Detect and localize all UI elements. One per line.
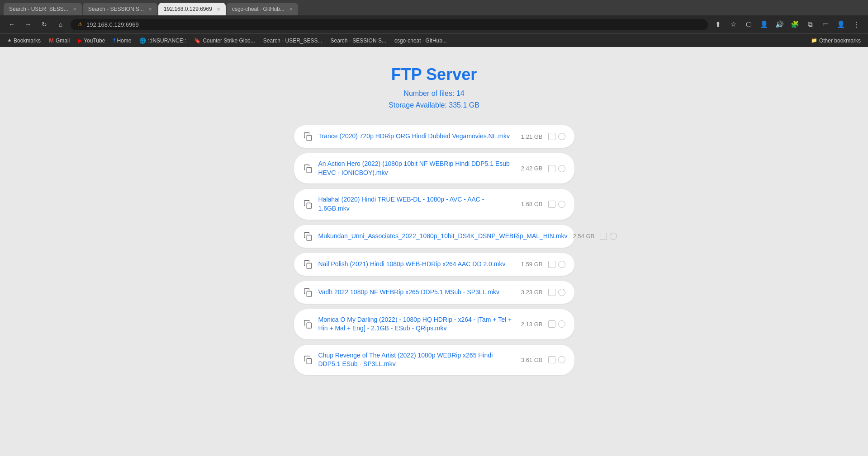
svg-rect-5 — [307, 291, 311, 296]
menu-icon[interactable]: ⋮ — [850, 18, 863, 31]
bookmark-home[interactable]: f Home — [109, 37, 135, 45]
file-size: 2.13 GB — [521, 321, 543, 328]
home-button[interactable]: ⌂ — [54, 18, 67, 31]
file-radio[interactable] — [558, 356, 565, 363]
address-bar[interactable]: ⚠ 192.168.0.129:6969 — [71, 19, 708, 30]
forward-button[interactable]: → — [22, 18, 34, 31]
file-checkbox[interactable] — [548, 356, 555, 363]
file-radio[interactable] — [558, 165, 565, 172]
file-name[interactable]: Vadh 2022 1080p NF WEBRip x265 DDP5.1 MS… — [318, 288, 516, 297]
file-name[interactable]: Chup Revenge of The Artist (2022) 1080p … — [318, 351, 516, 369]
tab-ftp[interactable]: 192.168.0.129:6969 ✕ — [158, 3, 226, 15]
file-size: 1.59 GB — [521, 261, 543, 268]
file-actions — [548, 201, 565, 208]
bookmark-label: Search - USER_SESS... — [263, 38, 323, 44]
tab-close-icon[interactable]: ✕ — [148, 7, 152, 12]
youtube-icon: ▶ — [78, 38, 82, 44]
svg-rect-7 — [307, 359, 311, 364]
file-name[interactable]: Halahal (2020) Hindi TRUE WEB-DL - 1080p… — [318, 195, 516, 213]
file-radio[interactable] — [558, 133, 565, 140]
list-item: Chup Revenge of The Artist (2022) 1080p … — [294, 345, 574, 375]
tabs-icon[interactable]: ⧉ — [804, 18, 816, 31]
tab-close-icon[interactable]: ✕ — [73, 7, 76, 12]
bookmark-label: ::INSURANCE:: — [148, 38, 186, 44]
tab-csgo[interactable]: csgo-cheat · GitHub... ✕ — [227, 3, 298, 15]
file-actions — [548, 320, 565, 328]
star-icon[interactable]: ☆ — [727, 18, 740, 31]
page-content: FTP Server Number of files: 14 Storage A… — [0, 47, 868, 453]
file-size: 3.61 GB — [521, 357, 543, 363]
file-name[interactable]: Monica O My Darling (2022) - 1080p HQ HD… — [318, 315, 516, 333]
tab-close-icon[interactable]: ✕ — [289, 7, 293, 12]
file-checkbox[interactable] — [548, 320, 555, 328]
copy-icon-svg — [303, 355, 313, 365]
copy-icon-svg — [303, 231, 313, 241]
copy-icon-svg — [303, 164, 313, 174]
copy-icon-svg — [303, 132, 313, 141]
file-checkbox[interactable] — [548, 133, 555, 140]
list-item: Monica O My Darling (2022) - 1080p HQ HD… — [294, 309, 574, 339]
bookmark-csgo-global[interactable]: 🔖 Counter Strike Glob... — [190, 37, 258, 45]
bookmark-search1[interactable]: Search - USER_SESS... — [260, 37, 326, 45]
file-checkbox[interactable] — [600, 233, 607, 240]
files-count: Number of files: 14 — [9, 88, 859, 99]
bookmark-gmail[interactable]: M Gmail — [45, 36, 73, 45]
file-name[interactable]: Nail Polish (2021) Hindi 1080p WEB-HDRip… — [318, 260, 516, 269]
bookmark-label: Counter Strike Glob... — [203, 38, 255, 44]
ftp-stats: Number of files: 14 Storage Available: 3… — [9, 88, 859, 111]
file-checkbox[interactable] — [548, 165, 555, 172]
file-checkbox[interactable] — [548, 289, 555, 296]
other-bookmarks[interactable]: 📁 Other bookmarks — [807, 37, 864, 45]
window-icon[interactable]: ▭ — [819, 18, 832, 31]
profile-icon[interactable]: 👤 — [758, 18, 770, 31]
file-actions — [548, 261, 565, 268]
audio-icon[interactable]: 🔊 — [773, 18, 786, 31]
tab-label: Search - USER_SESS... — [9, 6, 68, 12]
bookmark-label: Home — [117, 38, 131, 44]
file-name[interactable]: Trance (2020) 720p HDRip ORG Hindi Dubbe… — [318, 132, 516, 141]
gmail-icon: M — [49, 37, 54, 44]
page-title: FTP Server — [9, 65, 859, 84]
share-icon[interactable]: ⬆ — [711, 18, 724, 31]
extension-icon[interactable]: ⬡ — [742, 18, 755, 31]
file-radio[interactable] — [558, 320, 565, 328]
file-actions — [548, 289, 565, 296]
tab-search1[interactable]: Search - USER_SESS... ✕ — [4, 3, 82, 15]
file-name[interactable]: An Action Hero (2022) (1080p 10bit NF WE… — [318, 160, 516, 177]
puzzle-icon[interactable]: 🧩 — [788, 18, 801, 31]
list-item: An Action Hero (2022) (1080p 10bit NF WE… — [294, 153, 574, 183]
back-button[interactable]: ← — [5, 18, 18, 31]
file-size: 3.23 GB — [521, 289, 543, 296]
tab-search2[interactable]: Search - SESSION S... ✕ — [83, 3, 157, 15]
file-copy-icon — [303, 355, 313, 365]
file-checkbox[interactable] — [548, 261, 555, 268]
bookmark-csgo[interactable]: csgo-cheat · GitHub... — [391, 37, 451, 45]
profile2-icon[interactable]: 👤 — [835, 18, 847, 31]
file-checkbox[interactable] — [548, 201, 555, 208]
bookmarks-bar: ★ Bookmarks M Gmail ▶ YouTube f Home 🌐 :… — [0, 33, 868, 47]
file-copy-icon — [303, 132, 313, 141]
browser-chrome: Search - USER_SESS... ✕ Search - SESSION… — [0, 0, 868, 47]
file-radio[interactable] — [558, 261, 565, 268]
svg-rect-0 — [307, 135, 311, 141]
star-icon: ★ — [7, 38, 12, 43]
file-radio[interactable] — [558, 201, 565, 208]
copy-icon-svg — [303, 259, 313, 269]
bookmark-bookmarks[interactable]: ★ Bookmarks — [4, 37, 44, 45]
file-radio[interactable] — [558, 289, 565, 296]
file-copy-icon — [303, 259, 313, 269]
files-list: Trance (2020) 720p HDRip ORG Hindi Dubbe… — [294, 125, 574, 375]
copy-icon-svg — [303, 287, 313, 297]
bookmark-search2[interactable]: Search - SESSION S... — [327, 37, 390, 45]
facebook-icon: f — [113, 38, 115, 44]
file-size: 1.21 GB — [521, 133, 543, 140]
file-name[interactable]: Mukundan_Unni_Associates_2022_1080p_10bi… — [318, 232, 568, 241]
file-radio[interactable] — [610, 233, 617, 240]
bookmark-insurance[interactable]: 🌐 ::INSURANCE:: — [136, 37, 190, 45]
svg-rect-6 — [307, 323, 311, 328]
bookmark-label: Gmail — [56, 38, 70, 44]
bookmark-youtube[interactable]: ▶ YouTube — [74, 37, 109, 45]
reload-button[interactable]: ↻ — [38, 18, 51, 31]
file-copy-icon — [303, 319, 313, 329]
tab-close-icon[interactable]: ✕ — [217, 7, 220, 12]
